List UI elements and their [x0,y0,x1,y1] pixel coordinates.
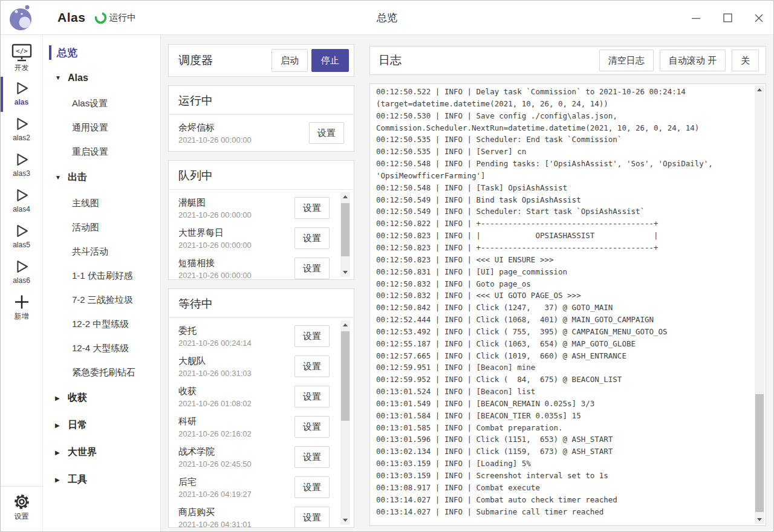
menu-item[interactable]: ▶ 工具 [43,466,160,493]
log-line: 00:12:50.822 | INFO | +-----------------… [376,218,751,230]
menu-item[interactable]: 7-2 三战捡垃圾 [43,288,160,312]
chevron-icon: ▶ [55,476,62,483]
task-settings-button[interactable]: 设置 [294,507,330,527]
task-name: 潜艇图 [178,196,294,209]
task-settings-button[interactable]: 设置 [294,446,330,468]
rail-bottom: 设置 [1,486,42,531]
rail-item-label: 设置 [15,511,29,522]
start-button[interactable]: 启动 [272,49,308,72]
scrollbar-thumb[interactable] [341,331,350,421]
log-line: 00:13:01.524 | INFO | [Beacon] list [376,386,751,398]
task-info: 后宅 2021-10-26 04:19:27 [178,475,294,500]
app-title: Alas [57,10,85,25]
alas-logo-icon [8,3,36,32]
task-info: 短猫相接 2021-10-26 00:00:00 [178,256,294,280]
waiting-scrollbar[interactable] [340,320,350,525]
rail-item-label: 开发 [15,63,29,73]
task-name: 商店购买 [178,505,294,519]
task-settings-button[interactable]: 设置 [309,122,344,144]
rail-item-instance[interactable]: alas3 [1,151,42,182]
rail-item-instance[interactable]: alas4 [1,186,42,218]
pending-scrollbar[interactable] [340,192,350,277]
menu-item[interactable]: 12-4 大型练级 [43,336,160,360]
scroll-up-icon[interactable] [755,85,764,94]
menu-item[interactable]: 1-1 伏击刷好感 [43,264,160,288]
menu-item-label: 重启设置 [72,146,108,158]
scroll-up-icon[interactable] [340,320,350,329]
plus-icon [13,293,30,311]
task-settings-button[interactable]: 设置 [294,258,330,279]
maximize-button[interactable] [719,10,736,27]
task-settings-button[interactable]: 设置 [294,476,330,498]
task-settings-button[interactable]: 设置 [294,416,330,438]
rail-item-add[interactable]: 新增 [1,293,42,325]
menu-item-label: 1-1 伏击刷好感 [72,270,133,282]
menu-item[interactable]: 共斗活动 [43,239,160,264]
log-line: 00:12:59.952 | INFO | Click ( 84, 675) @… [376,374,751,386]
task-settings-button[interactable]: 设置 [294,355,330,377]
scroll-down-icon[interactable] [755,515,764,524]
minimize-button[interactable] [688,10,704,27]
task-row: 商店购买 2021-10-26 04:31:01 设置 [178,502,330,527]
menu-item[interactable]: 12-2 中型练级 [43,312,160,336]
running-panel: 运行中 余烬信标 2021-10-26 00:00:00 设置 [168,85,354,152]
scrollbar-thumb[interactable] [341,203,350,256]
task-row: 大舰队 2021-10-26 00:31:03 设置 [178,351,330,381]
menu-item-label: 活动图 [72,222,99,233]
log-line: 00:13:03.159 | INFO | [Loading] 5% [376,458,751,470]
task-info: 战术学院 2021-10-26 02:45:50 [178,445,294,470]
rail-item-dev[interactable]: </> 开发 [1,44,42,75]
svg-text:</>: </> [16,47,28,55]
menu-item-label: 共斗活动 [72,246,108,258]
menu-item[interactable]: 主线图 [43,191,160,215]
play-icon [12,222,31,240]
autoscroll-toggle-button[interactable]: 自动滚动 开 [660,50,726,71]
rail-item-settings[interactable]: 设置 [1,493,42,524]
rail-item-instance[interactable]: alas [1,79,42,111]
log-line: 00:12:50.831 | INFO | [UI] page_commissi… [376,266,751,278]
rail-item-instance[interactable]: alas6 [1,258,42,289]
log-line: 00:13:14.027 | INFO | Combat auto check … [376,494,751,506]
task-settings-button[interactable]: 设置 [294,386,330,407]
menu-item[interactable]: ▶ 收获 [43,384,160,412]
menu-item-label: 紧急委托刷钻石 [72,367,135,378]
close-button[interactable] [750,10,767,27]
stop-button[interactable]: 停止 [311,49,349,72]
task-row: 潜艇图 2021-10-26 00:00:00 设置 [178,193,330,223]
menu-item[interactable]: Alas设置 [43,91,160,115]
log-line: 00:12:50.823 | INFO | <<< UI ENSURE >>> [376,254,751,266]
menu-item-label: Alas [68,73,88,83]
menu-item[interactable]: 活动图 [43,215,160,239]
log-line: 00:12:50.530 | INFO | Save config ./conf… [376,110,751,122]
scroll-up-icon[interactable] [340,192,350,201]
menu-item[interactable]: 重启设置 [43,140,160,164]
menu-item-label: 大世界 [68,446,97,459]
menu-item[interactable]: 通用设置 [43,115,160,140]
rail-item-instance[interactable]: alas2 [1,115,42,146]
log-scrollbar[interactable] [755,85,764,524]
scheduler-column: 调度器 启动 停止 运行中 余烬信标 2021-10-26 00:00:0 [168,44,354,528]
menu-item[interactable]: 总览 [43,41,160,64]
log-line: 00:12:50.549 | INFO | Bind task OpsiAshA… [376,194,751,206]
menu-item[interactable]: 紧急委托刷钻石 [43,360,160,384]
task-info: 商店购买 2021-10-26 04:31:01 [178,505,294,528]
log-lines: 00:12:50.522 | INFO | Delay task `Commis… [376,86,751,524]
scroll-down-icon[interactable] [340,268,350,277]
log-line: 00:12:59.951 | INFO | [Beacon] mine [376,362,751,374]
menu-item[interactable]: ▼ Alas [43,64,160,91]
task-settings-button[interactable]: 设置 [294,227,330,249]
scroll-down-icon[interactable] [340,516,350,525]
log-line: 00:12:50.548 | INFO | Pending tasks: ['O… [376,158,751,170]
menu-item[interactable]: ▼ 出击 [43,164,160,191]
menu-item[interactable]: ▶ 日常 [43,412,160,439]
clear-log-button[interactable]: 清空日志 [599,50,654,71]
log-close-button[interactable]: 关 [732,50,759,71]
rail-item-instance[interactable]: alas5 [1,222,42,253]
app-window: Alas 运行中 总览 </> [0,0,774,532]
task-settings-button[interactable]: 设置 [294,325,330,347]
scrollbar-thumb[interactable] [755,394,764,512]
task-settings-button[interactable]: 设置 [294,197,330,219]
task-name: 大世界每日 [178,226,294,239]
log-line: 00:13:01.549 | INFO | [BEACON_REMAIN 0.0… [376,398,751,410]
menu-item[interactable]: ▶ 大世界 [43,439,160,466]
